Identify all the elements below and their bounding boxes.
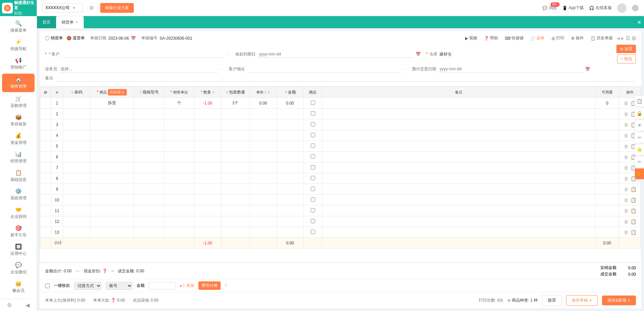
- help-button[interactable]: ❓ 帮助: [481, 34, 501, 42]
- sidebar-item-basic[interactable]: 📋 基础信息: [0, 167, 37, 185]
- tab-close-icon[interactable]: ×: [76, 20, 78, 25]
- discard-button[interactable]: 放弃: [542, 295, 562, 306]
- delete-row-icon[interactable]: 🗑: [624, 144, 629, 149]
- fee-allocation-button[interactable]: 费用分摊: [198, 281, 221, 290]
- sidebar-item-enterprise[interactable]: 🤝 企业协同: [0, 204, 37, 222]
- chevron-up-icon[interactable]: ∧: [589, 298, 592, 303]
- gift-checkbox[interactable]: [311, 187, 315, 191]
- row-unit-cell[interactable]: 个: [164, 98, 194, 109]
- payment-method-select[interactable]: 结算方式: [74, 282, 102, 290]
- gift-checkbox[interactable]: [311, 111, 315, 116]
- settings-button[interactable]: ⚙ 设置: [616, 45, 636, 53]
- copy-row-icon[interactable]: 📋: [631, 197, 636, 203]
- salesperson-input[interactable]: [59, 66, 218, 73]
- row-barcode-cell[interactable]: [63, 98, 90, 109]
- price-info-icon[interactable]: ℹ: [265, 90, 266, 94]
- radio-sales-order[interactable]: 销货单: [45, 35, 63, 41]
- delete-row-icon[interactable]: 🗑: [624, 197, 629, 203]
- gift-checkbox[interactable]: [311, 101, 315, 105]
- address-dots-icon[interactable]: ···: [403, 67, 407, 72]
- sidebar-item-quick-nav[interactable]: ⚡ 快捷导航: [0, 36, 37, 54]
- copy-row-icon[interactable]: 📋: [631, 219, 636, 224]
- video-button[interactable]: ▶ 视频: [462, 34, 480, 42]
- delete-row-icon[interactable]: 🗑: [624, 101, 629, 106]
- gift-checkbox[interactable]: [311, 230, 315, 234]
- copy-row-icon[interactable]: 📋: [631, 208, 636, 213]
- delete-row-icon[interactable]: 🗑: [624, 230, 629, 235]
- sidebar-item-marketing[interactable]: 📢 营销推广: [0, 54, 37, 73]
- sidebar-item-sales[interactable]: 🏠 销售管理: [2, 74, 35, 92]
- gift-checkbox[interactable]: [311, 208, 315, 212]
- gift-checkbox[interactable]: [311, 144, 315, 148]
- row-qty-cell[interactable]: -1.00: [194, 98, 221, 109]
- remarks-input[interactable]: [55, 75, 636, 82]
- delete-row-icon[interactable]: 🗑: [624, 111, 629, 117]
- scan-button[interactable]: 扫码录入: [108, 89, 127, 95]
- logistics-button[interactable]: + 物流: [617, 54, 636, 64]
- sidebar-item-finance[interactable]: 💰 资金管理: [0, 130, 37, 148]
- one-click-payment-checkbox[interactable]: [45, 283, 50, 288]
- nav-next-icon[interactable]: ▶: [621, 36, 624, 41]
- delete-row-icon[interactable]: 🗑: [624, 219, 629, 224]
- delete-row-icon[interactable]: 🗑: [624, 122, 629, 127]
- sidebar-item-member[interactable]: 👑 畅会员: [0, 278, 37, 296]
- grid-view-icon[interactable]: ⊞: [632, 35, 636, 41]
- row-pack-qty-cell[interactable]: 1个: [221, 98, 250, 109]
- due-date-calendar-icon[interactable]: 📅: [416, 52, 421, 56]
- row-remark-cell[interactable]: [322, 98, 596, 109]
- operation-button[interactable]: ⚙ 操作: [568, 34, 586, 42]
- customer-input[interactable]: [62, 51, 225, 58]
- float-btn-6[interactable]: ✏: [635, 156, 644, 167]
- due-date-input[interactable]: [258, 51, 413, 58]
- delete-row-icon[interactable]: 🗑: [624, 208, 629, 213]
- sidebar-item-operations[interactable]: 📊 经营管理: [0, 148, 37, 167]
- warehouse-dots-icon[interactable]: ···: [608, 52, 611, 56]
- float-btn-5[interactable]: ⭐: [635, 144, 644, 155]
- row-spec-cell[interactable]: [134, 98, 164, 109]
- gift-checkbox[interactable]: [311, 122, 315, 126]
- choose-order-button[interactable]: 📄 选单: [528, 34, 547, 42]
- close-all-icon[interactable]: ✕: [637, 19, 641, 26]
- fee-help-icon[interactable]: ?: [225, 283, 227, 288]
- col-gear-header[interactable]: ⚙: [40, 87, 51, 98]
- sidebar-item-system[interactable]: ⚙️ 系统管理: [0, 185, 37, 204]
- float-btn-3[interactable]: 👁: [635, 120, 644, 131]
- salesperson-dots-icon[interactable]: ···: [220, 67, 223, 72]
- float-btn-2[interactable]: 🔒: [635, 108, 644, 119]
- delete-row-icon[interactable]: 🗑: [624, 187, 629, 192]
- collapse-icon[interactable]: ◀: [26, 302, 30, 308]
- tab-home[interactable]: 首页: [37, 16, 56, 28]
- customer-address-input[interactable]: [247, 66, 402, 73]
- delivery-date-input[interactable]: [438, 66, 583, 73]
- history-button[interactable]: 📋 历史单据: [588, 34, 615, 42]
- settings-gear-button[interactable]: ⚙: [87, 3, 96, 13]
- online-support-button[interactable]: 🎧 在线客服: [589, 5, 612, 11]
- print-button[interactable]: 🖨 打印: [548, 34, 567, 42]
- order-debt-help[interactable]: ❓: [111, 298, 116, 303]
- delete-row-icon[interactable]: 🗑: [624, 165, 629, 170]
- radio-return-input[interactable]: [67, 36, 71, 40]
- gift-checkbox[interactable]: [311, 176, 315, 180]
- gift-checkbox[interactable]: [311, 165, 315, 169]
- tab-sales-order[interactable]: 销货单 ×: [56, 16, 84, 28]
- float-btn-7[interactable]: 🔶: [635, 168, 644, 180]
- radio-return-order[interactable]: 退货单: [67, 35, 85, 41]
- sidebar-item-purchase[interactable]: 🛒 采购管理: [0, 93, 37, 111]
- row-gift-cell[interactable]: [304, 98, 322, 109]
- float-btn-4[interactable]: ✏: [635, 132, 644, 143]
- calendar-icon[interactable]: 📅: [131, 36, 136, 41]
- gift-checkbox[interactable]: [311, 219, 315, 223]
- list-view-icon[interactable]: ☰: [626, 35, 630, 41]
- experience-button[interactable]: 体验行业方案: [100, 3, 134, 13]
- sidebar-item-guide[interactable]: 🎯 新手引导: [0, 222, 37, 241]
- shortcut-button[interactable]: ⌨ 快捷键: [502, 34, 526, 42]
- row-amount-cell[interactable]: 0.00: [277, 98, 304, 109]
- sidebar-item-wechat[interactable]: 💬 企业微信: [0, 259, 37, 278]
- radio-sales-input[interactable]: [45, 36, 49, 40]
- settings-bottom-icon[interactable]: ⚙: [7, 302, 12, 308]
- gift-checkbox[interactable]: [311, 197, 315, 202]
- gift-checkbox[interactable]: [311, 133, 315, 137]
- customer-dots-icon[interactable]: ···: [227, 52, 230, 56]
- gift-checkbox[interactable]: [311, 154, 315, 159]
- float-btn-1[interactable]: 📋: [635, 95, 644, 107]
